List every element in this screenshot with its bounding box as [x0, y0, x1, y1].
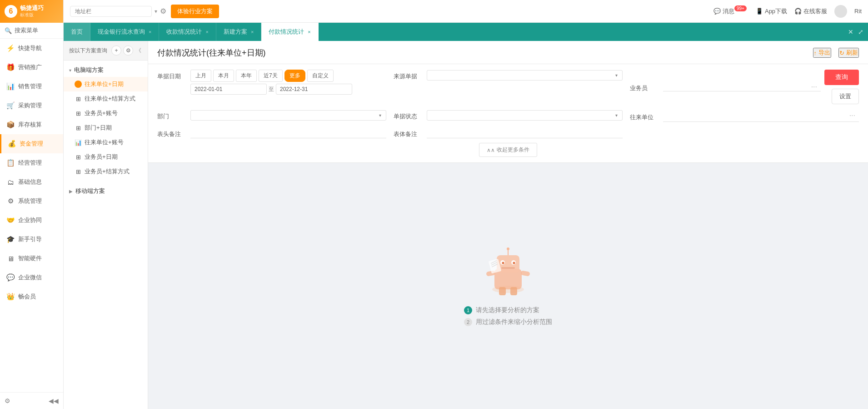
search-icon: 🔍 [5, 27, 12, 34]
date-custom-btn[interactable]: 自定义 [307, 70, 334, 82]
messages-action[interactable]: 💬 消息 99+ [713, 7, 748, 15]
tab-payment[interactable]: 付款情况统计 × [261, 23, 318, 41]
tab-bank-close[interactable]: × [149, 29, 151, 35]
doc-status-select[interactable]: ▾ [427, 110, 623, 121]
refresh-label: 刷新 [846, 49, 858, 57]
date-this-year-btn[interactable]: 本年 [236, 70, 257, 82]
user-name[interactable]: Rit [854, 8, 862, 15]
dept-select[interactable]: ▾ [190, 110, 386, 121]
scheme-collapse-btn[interactable]: 《 [135, 46, 142, 56]
app-download-action[interactable]: 📱 App下载 [756, 7, 787, 15]
sidebar-item-member[interactable]: 👑 畅会员 [0, 287, 63, 306]
url-dropdown-arrow[interactable]: ▾ [155, 8, 157, 15]
main-area: ▾ ⚙ 体验行业方案 💬 消息 99+ 📱 App下载 🎧 在线客服 [64, 0, 868, 409]
date-start-input[interactable] [190, 84, 267, 95]
sidebar-item-marketing[interactable]: 🎁 营销推广 [0, 58, 63, 77]
sidebar-item-purchase[interactable]: 🛒 采购管理 [0, 96, 63, 115]
query-button[interactable]: 查询 [824, 70, 859, 85]
refresh-icon: ↻ [839, 50, 844, 56]
filter-settings-button[interactable]: 设置 [832, 89, 859, 104]
sidebar-item-sales[interactable]: 📊 销售管理 [0, 77, 63, 96]
tab-receipts[interactable]: 收款情况统计 × [159, 23, 216, 41]
doc-status-arrow: ▾ [615, 113, 618, 118]
sidebar-item-finance[interactable]: 💰 资金管理 [0, 134, 63, 153]
topbar-settings-icon[interactable]: ⚙ [160, 7, 166, 15]
date-more-btn[interactable]: 更多 [284, 70, 305, 82]
refresh-button[interactable]: ↻ 刷新 [838, 48, 859, 58]
sidebar: 6 畅捷通巧 标准版 🔍 搜索菜单 ⚡ 快捷导航 🎁 营销推广 📊 销售管理 [0, 0, 64, 409]
tab-home-label: 首页 [71, 28, 83, 36]
date-last-month-btn[interactable]: 上月 [190, 70, 211, 82]
sidebar-item-quicknav[interactable]: ⚡ 快捷导航 [0, 39, 63, 58]
url-bar-area: ▾ ⚙ [70, 6, 166, 17]
hardware-icon: 🖥 [6, 254, 15, 263]
mobile-group-header[interactable]: ▶ 移动端方案 [64, 184, 148, 198]
sidebar-item-enterprise[interactable]: 🤝 企业协同 [0, 211, 63, 230]
finance-label: 资金管理 [20, 140, 43, 148]
staff-value-dots: ··· [811, 83, 817, 91]
empty-tips: 1 请先选择要分析的方案 2 用过滤条件来缩小分析范围 [464, 306, 552, 326]
tab-new-scheme-close[interactable]: × [251, 29, 254, 35]
expand-tabs-btn[interactable]: ⤢ [858, 28, 863, 35]
url-input[interactable] [70, 6, 152, 17]
sidebar-item-system[interactable]: ⚙ 系统管理 [0, 192, 63, 211]
brand-edition: 标准版 [20, 12, 44, 18]
wechat-label: 企业微信 [18, 273, 42, 282]
sidebar-item-hardware[interactable]: 🖥 智能硬件 [0, 249, 63, 268]
sidebar-item-guide[interactable]: 🎓 新手引导 [0, 230, 63, 249]
page-actions: ↑ 导出 ↻ 刷新 [813, 48, 859, 58]
sidebar-item-operations[interactable]: 📋 经营管理 [0, 153, 63, 172]
brand-name: 畅捷通巧 [20, 5, 44, 12]
scheme-item-staff-settle[interactable]: ⊞ 业务员+结算方式 [64, 164, 148, 179]
scheme-item-partner-settle[interactable]: ⊞ 往来单位+结算方式 [64, 91, 148, 106]
data-area: 1 请先选择要分析的方案 2 用过滤条件来缩小分析范围 [148, 163, 868, 409]
dept-arrow: ▾ [379, 113, 381, 118]
scheme-item-staff-account[interactable]: ⊞ 业务员+账号 [64, 106, 148, 121]
export-icon: ↑ [814, 50, 817, 56]
add-scheme-btn[interactable]: + [111, 45, 121, 56]
close-all-tabs-btn[interactable]: ✕ [848, 28, 853, 35]
scheme-item-partner-account[interactable]: 📊 往来单位+账号 [64, 135, 148, 150]
scheme-item-staff-date[interactable]: ⊞ 业务员+日期 [64, 150, 148, 164]
marketing-label: 营销推广 [18, 63, 42, 71]
date-this-month-btn[interactable]: 本月 [213, 70, 234, 82]
member-icon: 👑 [6, 293, 15, 301]
source-doc-select[interactable]: ▾ [427, 70, 623, 81]
pc-group-header[interactable]: ▾ 电脑端方案 [64, 63, 148, 77]
svg-point-9 [507, 247, 509, 250]
pc-group-label: 电脑端方案 [74, 66, 104, 74]
search-menu-item[interactable]: 🔍 搜索菜单 [0, 23, 63, 39]
system-label: 系统管理 [18, 197, 42, 205]
tab-new-scheme[interactable]: 新建方案 × [216, 23, 261, 41]
user-avatar[interactable] [834, 5, 847, 18]
inventory-icon: 📦 [6, 121, 15, 129]
operations-label: 经营管理 [18, 159, 42, 167]
export-button[interactable]: ↑ 导出 [813, 48, 832, 58]
collapse-more-conditions-btn[interactable]: ∧∧ 收起更多条件 [479, 143, 537, 157]
scheme-item-partner-date[interactable]: ● 往来单位+日期 [64, 77, 148, 91]
body-note-label: 表体备注 [394, 127, 423, 138]
scheme-item-dept-date[interactable]: ⊞ 部门+日期 [64, 121, 148, 135]
tab-receipts-close[interactable]: × [205, 29, 208, 35]
source-doc-arrow: ▾ [615, 73, 618, 78]
settings-footer-icon[interactable]: ⚙ [5, 397, 10, 404]
tab-bank[interactable]: 现金银行流水查询 × [90, 23, 159, 41]
scheme-settings-btn[interactable]: ⚙ [123, 45, 133, 56]
trial-industry-button[interactable]: 体验行业方案 [171, 5, 219, 18]
collapse-sidebar-btn[interactable]: ◀◀ [49, 397, 59, 404]
tab-home[interactable]: 首页 [64, 23, 90, 41]
svg-rect-7 [501, 267, 515, 269]
tip-text-1: 请先选择要分析的方案 [476, 306, 539, 314]
date-7days-btn[interactable]: 近7天 [259, 70, 283, 82]
app-download-label: App下载 [765, 7, 787, 15]
sidebar-item-basics[interactable]: 🗂 基础信息 [0, 172, 63, 192]
svg-rect-12 [499, 287, 506, 295]
sidebar-item-wechat[interactable]: 💬 企业微信 [0, 268, 63, 287]
sidebar-item-inventory[interactable]: 📦 库存核算 [0, 115, 63, 134]
topbar: ▾ ⚙ 体验行业方案 💬 消息 99+ 📱 App下载 🎧 在线客服 [64, 0, 868, 23]
topbar-right-actions: 💬 消息 99+ 📱 App下载 🎧 在线客服 Rit [713, 5, 862, 18]
online-service-action[interactable]: 🎧 在线客服 [794, 7, 827, 15]
date-end-input[interactable] [276, 84, 352, 95]
dept-filter-label: 部门 [157, 110, 187, 121]
tab-payment-close[interactable]: × [308, 29, 310, 35]
